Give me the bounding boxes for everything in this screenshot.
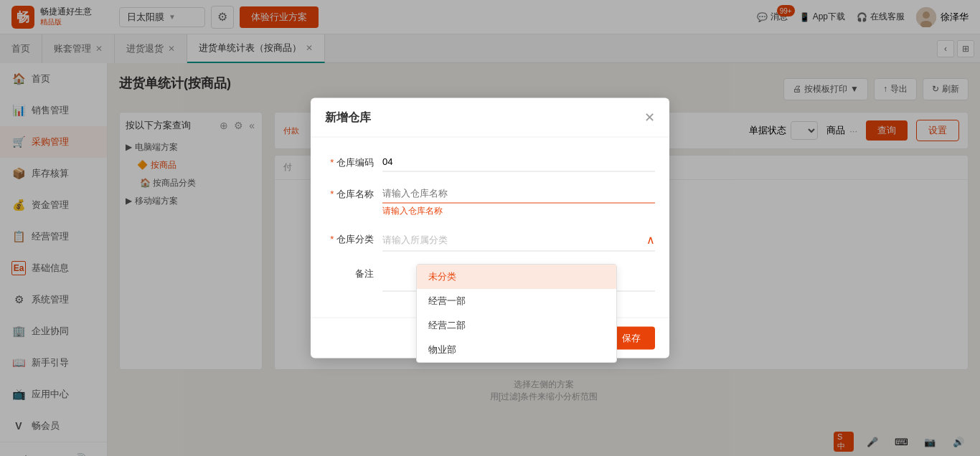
category-field: 请输入所属分类 ∧ bbox=[382, 229, 655, 252]
category-select[interactable]: 请输入所属分类 ∧ bbox=[382, 229, 655, 252]
form-row-category: 仓库分类 请输入所属分类 ∧ bbox=[325, 229, 655, 252]
name-error-msg: 请输入仓库名称 bbox=[382, 205, 655, 217]
modal-title: 新增仓库 bbox=[325, 110, 371, 125]
form-row-code: 仓库编码 bbox=[325, 152, 655, 172]
code-input[interactable] bbox=[382, 152, 655, 172]
name-field: 请输入仓库名称 bbox=[382, 184, 655, 217]
code-field bbox=[382, 152, 655, 172]
form-row-name: 仓库名称 请输入仓库名称 bbox=[325, 184, 655, 217]
category-dropdown: 未分类 经营一部 经营二部 物业部 bbox=[416, 264, 617, 363]
modal-close-button[interactable]: ✕ bbox=[644, 110, 655, 125]
dropdown-item-uncategorized[interactable]: 未分类 bbox=[417, 265, 616, 289]
dropdown-item-dept3[interactable]: 物业部 bbox=[417, 338, 616, 362]
dropdown-item-dept1[interactable]: 经营一部 bbox=[417, 289, 616, 313]
category-label: 仓库分类 bbox=[325, 229, 382, 246]
name-label: 仓库名称 bbox=[325, 184, 382, 201]
notes-label: 备注 bbox=[325, 263, 382, 280]
name-input[interactable] bbox=[382, 184, 655, 204]
modal-header: 新增仓库 ✕ bbox=[311, 98, 669, 138]
category-arrow-icon: ∧ bbox=[646, 233, 655, 247]
dropdown-item-dept2[interactable]: 经营二部 bbox=[417, 313, 616, 338]
code-label: 仓库编码 bbox=[325, 152, 382, 169]
